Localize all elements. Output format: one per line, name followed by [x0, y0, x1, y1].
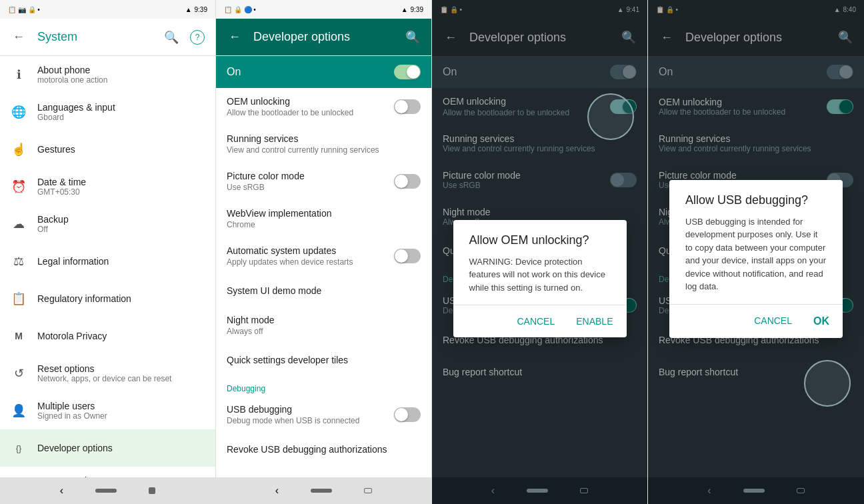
- nav-about-phone[interactable]: ℹ About phone motorola one action: [0, 56, 215, 93]
- dialog-confirm-4[interactable]: OK: [805, 310, 837, 333]
- revoke-usb-item[interactable]: Revoke USB debugging authorizations: [216, 433, 431, 465]
- developer-options-icon: {}: [11, 440, 27, 456]
- picture-toggle[interactable]: [394, 174, 421, 189]
- picture-toggle-knob: [395, 175, 408, 188]
- usb-debugging-text: USB debugging Debug mode when USB is con…: [227, 404, 394, 425]
- oem-unlock-dialog: Allow OEM unlocking? WARNING: Device pro…: [453, 220, 627, 338]
- system-app-bar: ← System 🔍 ?: [0, 19, 215, 56]
- dialog-cancel-3[interactable]: Cancel: [509, 311, 563, 332]
- bug-report-item[interactable]: Bug report shortcut: [216, 465, 431, 477]
- dialog-body-3: WARNING: Device protection features will…: [453, 255, 627, 305]
- bottom-nav-1: ‹: [0, 477, 215, 504]
- developer-options-panel-4: 📋 🔒 • ▲ 8:40 ← Developer options 🔍 On OE…: [648, 0, 864, 504]
- legal-icon: ⚖: [11, 253, 27, 269]
- nav-motorola-privacy[interactable]: M Motorola Privacy: [0, 317, 215, 355]
- developer-options-text: Developer options: [37, 443, 113, 453]
- usb-toggle[interactable]: [394, 407, 421, 422]
- nav-languages[interactable]: 🌐 Languages & input Gboard: [0, 93, 215, 131]
- dialog-title-3: Allow OEM unlocking?: [453, 220, 627, 255]
- home-nav-button[interactable]: [95, 489, 117, 493]
- notification-icons-2: 📋 🔒 🔵 •: [224, 6, 256, 13]
- gestures-text: Gestures: [37, 144, 75, 155]
- auto-updates-toggle[interactable]: [394, 249, 421, 263]
- status-icons-right-2: ▲ 9:39: [401, 6, 423, 13]
- reset-text: Reset options Network, apps, or device c…: [37, 363, 171, 383]
- datetime-text: Date & time GMT+05:30: [37, 177, 86, 197]
- on-toggle-knob: [407, 65, 420, 79]
- motorola-privacy-icon: M: [11, 328, 27, 344]
- dialog-actions-3: Cancel Enable: [453, 305, 627, 337]
- dialog-confirm-3[interactable]: Enable: [568, 311, 621, 332]
- auto-updates-item[interactable]: Automatic system updates Apply updates w…: [216, 237, 431, 275]
- status-bar-2: 📋 🔒 🔵 • ▲ 9:39: [216, 0, 431, 19]
- on-toggle-switch[interactable]: [394, 65, 421, 79]
- on-label: On: [227, 66, 241, 78]
- oem-dialog-overlay: Allow OEM unlocking? WARNING: Device pro…: [432, 0, 647, 504]
- dialog-cancel-4[interactable]: Cancel: [746, 310, 800, 333]
- nav-backup[interactable]: ☁ Backup Off: [0, 205, 215, 243]
- auto-updates-knob: [395, 249, 408, 263]
- nav-system-updates[interactable]: 📱 System updates Updated to Android 9: [0, 467, 215, 477]
- back-nav-2[interactable]: ‹: [275, 485, 279, 497]
- back-nav-button[interactable]: ‹: [60, 485, 63, 497]
- search-button-2[interactable]: 🔍: [405, 29, 421, 45]
- back-button[interactable]: ←: [11, 29, 27, 45]
- search-button[interactable]: 🔍: [163, 29, 179, 45]
- about-phone-icon: ℹ: [11, 67, 27, 83]
- oem-toggle-highlight: [587, 93, 634, 140]
- nav-multiple-users[interactable]: 👤 Multiple users Signed in as Owner: [0, 392, 215, 429]
- home-nav-2[interactable]: [311, 489, 332, 493]
- legal-text: Legal information: [37, 256, 109, 267]
- app-bar-actions: 🔍 ?: [163, 29, 205, 45]
- developer-title: Developer options: [253, 30, 394, 44]
- help-button[interactable]: ?: [190, 30, 205, 45]
- recents-nav-2[interactable]: [364, 488, 372, 493]
- nav-gestures[interactable]: ☝ Gestures: [0, 131, 215, 168]
- picture-color-item[interactable]: Picture color mode Use sRGB: [216, 163, 431, 200]
- quick-settings-item[interactable]: Quick settings developer tiles: [216, 344, 431, 376]
- developer-options-panel-3: 📋 🔒 • ▲ 9:41 ← Developer options 🔍 On OE…: [432, 0, 648, 504]
- system-title: System: [37, 30, 153, 44]
- developer-options-panel: 📋 🔒 🔵 • ▲ 9:39 ← Developer options 🔍 On …: [216, 0, 432, 504]
- nav-developer-options[interactable]: {} Developer options: [0, 429, 215, 467]
- about-phone-text: About phone motorola one action: [37, 65, 107, 85]
- system-nav-list: ℹ About phone motorola one action 🌐 Lang…: [0, 56, 215, 477]
- usb-debugging-item[interactable]: USB debugging Debug mode when USB is con…: [216, 396, 431, 433]
- notification-icons: 📋 📷 🔒 •: [8, 6, 40, 13]
- status-bar-1: 📋 📷 🔒 • ▲ 9:39: [0, 0, 215, 19]
- recents-nav-button[interactable]: [149, 487, 155, 494]
- developer-app-bar: ← Developer options 🔍: [216, 19, 431, 56]
- night-mode-item[interactable]: Night mode Always off: [216, 307, 431, 344]
- multiple-users-icon: 👤: [11, 403, 27, 419]
- status-icons-right: ▲ 9:39: [185, 6, 207, 13]
- nav-reset[interactable]: ↺ Reset options Network, apps, or device…: [0, 355, 215, 392]
- time-display: 9:39: [195, 6, 207, 13]
- oem-unlocking-item[interactable]: OEM unlocking Allow the bootloader to be…: [216, 88, 431, 125]
- picture-color-text: Picture color mode Use sRGB: [227, 171, 394, 192]
- oem-toggle-knob: [395, 100, 408, 113]
- system-ui-demo-item[interactable]: System UI demo mode: [216, 275, 431, 307]
- reset-icon: ↺: [11, 365, 27, 381]
- developer-settings-list: OEM unlocking Allow the bootloader to be…: [216, 88, 431, 477]
- datetime-icon: ⏰: [11, 179, 27, 195]
- regulatory-text: Regulatory information: [37, 293, 131, 304]
- languages-icon: 🌐: [11, 104, 27, 120]
- oem-toggle[interactable]: [394, 99, 421, 114]
- wifi-icon-2: ▲: [401, 6, 408, 13]
- running-services-item[interactable]: Running services View and control curren…: [216, 125, 431, 163]
- nav-datetime[interactable]: ⏰ Date & time GMT+05:30: [0, 168, 215, 205]
- developer-on-toggle[interactable]: On: [216, 56, 431, 88]
- dialog-actions-4: Cancel OK: [669, 304, 843, 338]
- gestures-icon: ☝: [11, 141, 27, 157]
- backup-text: Backup Off: [37, 214, 69, 234]
- auto-updates-text: Automatic system updates Apply updates w…: [227, 245, 394, 267]
- nav-regulatory[interactable]: 📋 Regulatory information: [0, 280, 215, 317]
- webview-item[interactable]: WebView implementation Chrome: [216, 200, 431, 237]
- nav-legal[interactable]: ⚖ Legal information: [0, 243, 215, 280]
- languages-text: Languages & input Gboard: [37, 102, 115, 122]
- backup-icon: ☁: [11, 216, 27, 232]
- wifi-icon: ▲: [185, 6, 192, 13]
- system-settings-panel: 📋 📷 🔒 • ▲ 9:39 ← System 🔍 ? ℹ About phon…: [0, 0, 216, 504]
- oem-unlocking-text: OEM unlocking Allow the bootloader to be…: [227, 96, 394, 117]
- back-button-2[interactable]: ←: [227, 29, 243, 45]
